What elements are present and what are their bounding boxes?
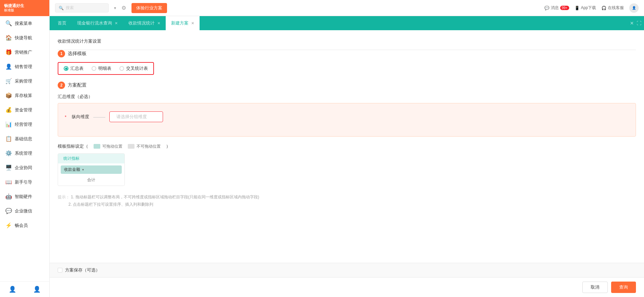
sidebar-avatar2[interactable]: 👤 bbox=[32, 284, 42, 294]
tab-bank-flow[interactable]: 现金银行流水查询 ✕ bbox=[72, 16, 123, 30]
sidebar-item-label: 系统管理 bbox=[15, 150, 32, 156]
tip-line-2: 2. 点击标题栏下拉可设置排序、插入列和删除列 bbox=[58, 201, 636, 208]
step2-header: 2 方案配置 bbox=[58, 82, 636, 89]
sidebar-item-smart-hardware[interactable]: 🤖 智能硬件 bbox=[0, 189, 49, 204]
dimension-arrow: —— bbox=[93, 113, 105, 120]
sidebar-item-label: 采购管理 bbox=[15, 78, 32, 84]
sidebar-item-enterprise-collab[interactable]: 🖥️ 企业协同 bbox=[0, 160, 49, 175]
home-icon: 🏠 bbox=[5, 35, 12, 41]
sidebar-item-member[interactable]: ⚡ 畅会员 bbox=[0, 218, 49, 233]
save-option: 方案保存（可选） bbox=[50, 263, 644, 277]
sidebar-item-label: 经营管理 bbox=[15, 121, 32, 128]
sidebar-item-enterprise-wechat[interactable]: 💬 企业微信 bbox=[0, 204, 49, 218]
avatar2-icon: 👤 bbox=[33, 286, 41, 293]
tab-bank-flow-close-icon[interactable]: ✕ bbox=[115, 21, 118, 26]
radio-summary[interactable]: 汇总表 bbox=[64, 65, 84, 71]
settings-icon[interactable]: ⚙ bbox=[121, 5, 126, 11]
tab-home[interactable]: 首页 bbox=[52, 16, 72, 30]
sidebar-item-guide[interactable]: 📖 新手引导 bbox=[0, 175, 49, 189]
sidebar-item-search-menu[interactable]: 🔍 搜索菜单 bbox=[0, 16, 49, 31]
dimension-row: * 纵向维度 —— 请选择分组维度 bbox=[65, 111, 629, 122]
radio-cross[interactable]: 交叉统计表 bbox=[119, 65, 148, 71]
dimension-label: 汇总维度（必选） bbox=[58, 94, 636, 100]
dimension-select-placeholder: 请选择分组维度 bbox=[116, 114, 147, 119]
draggable-legend-box bbox=[94, 144, 100, 149]
tab-new-plan[interactable]: 新建方案 ✕ bbox=[166, 16, 200, 30]
step2-number: 2 bbox=[58, 82, 65, 89]
indicator-table: 统计指标 收款金额 ▾ 合计 bbox=[58, 153, 125, 186]
page-body: 收款情况统计方案设置 1 选择模板 汇总表 明细表 bbox=[50, 30, 644, 263]
monitor-icon: 🖥️ bbox=[5, 164, 12, 171]
sidebar-item-finance[interactable]: 💰 资金管理 bbox=[0, 103, 49, 117]
box-icon: 📦 bbox=[5, 92, 12, 99]
online-support-button[interactable]: 🎧 在线客服 bbox=[601, 5, 624, 11]
sidebar-item-system[interactable]: ⚙️ 系统管理 bbox=[0, 146, 49, 160]
clipboard-icon: 📋 bbox=[5, 136, 12, 142]
step1-number: 1 bbox=[58, 50, 65, 57]
indicator-subtotal: 合计 bbox=[58, 176, 124, 186]
app-download-button[interactable]: 📱 App下载 bbox=[575, 5, 596, 11]
tab-receipt-stats-close-icon[interactable]: ✕ bbox=[157, 21, 160, 26]
book-icon: 📖 bbox=[5, 179, 12, 185]
chat-icon: 💬 bbox=[5, 208, 12, 214]
sidebar-item-operations[interactable]: 📊 经营管理 bbox=[0, 117, 49, 132]
sidebar-item-marketing[interactable]: 🎁 营销推广 bbox=[0, 45, 49, 59]
sidebar-logo: 畅捷通好生 标准版 bbox=[0, 0, 49, 16]
query-button[interactable]: 查询 bbox=[611, 282, 636, 293]
sidebar-item-purchase[interactable]: 🛒 采购管理 bbox=[0, 74, 49, 88]
tips-section: 提示： 1. 拖动标题栏可以调整布局，不可跨维度或指标区域拖动栏目字段(只能在同… bbox=[58, 194, 636, 208]
sidebar-avatar1[interactable]: 👤 bbox=[7, 284, 17, 294]
money-icon: 💰 bbox=[5, 107, 12, 113]
indicator-legend: 可拖动位置 不可拖动位置 bbox=[94, 144, 161, 149]
footer-bar: 取消 查询 bbox=[50, 277, 644, 297]
sidebar-item-quick-nav[interactable]: 🏠 快捷导航 bbox=[0, 31, 49, 45]
sidebar-item-basic-info[interactable]: 📋 基础信息 bbox=[0, 132, 49, 146]
indicator-settings-label: 模板指标设定（ bbox=[58, 143, 88, 149]
cancel-button[interactable]: 取消 bbox=[582, 282, 608, 293]
gift-icon: 🎁 bbox=[5, 49, 12, 55]
avatar-icon: 👤 bbox=[632, 6, 636, 10]
tab-receipt-stats[interactable]: 收款情况统计 ✕ bbox=[123, 16, 166, 30]
sidebar-item-label: 企业协同 bbox=[15, 165, 32, 171]
message-label: 消息 bbox=[551, 5, 559, 11]
app-download-label: App下载 bbox=[581, 5, 596, 11]
logo-text: 畅捷通好生 bbox=[4, 3, 24, 8]
stats-header: 统计指标 bbox=[58, 154, 124, 163]
user-icon: 👤 bbox=[5, 63, 12, 70]
tabbar-close-icon[interactable]: ✕ bbox=[630, 20, 634, 26]
download-icon: 📱 bbox=[575, 6, 580, 10]
indicator-header: 模板指标设定（ 可拖动位置 不可拖动位置 ） bbox=[58, 143, 636, 149]
tab-home-label: 首页 bbox=[58, 20, 66, 26]
message-button[interactable]: 💬 消息 99+ bbox=[544, 5, 569, 11]
indicator-settings: 模板指标设定（ 可拖动位置 不可拖动位置 ） bbox=[58, 143, 636, 187]
sidebar-item-inventory[interactable]: 📦 库存核算 bbox=[0, 88, 49, 103]
indicator-chip-receipt[interactable]: 收款金额 ▾ bbox=[61, 165, 122, 174]
sidebar-item-label: 企业微信 bbox=[15, 208, 32, 214]
tip-line-1: 提示： 1. 拖动标题栏可以调整布局，不可跨维度或指标区域拖动栏目字段(只能在同… bbox=[58, 194, 636, 201]
tip-title: 提示： bbox=[58, 195, 70, 199]
message-badge: 99+ bbox=[560, 6, 569, 10]
step2-section: 2 方案配置 汇总维度（必选） * 纵向维度 —— 请选择分组维度 bbox=[58, 82, 636, 208]
tab-new-plan-close-icon[interactable]: ✕ bbox=[191, 21, 194, 26]
step1-section: 1 选择模板 汇总表 明细表 交叉统计表 bbox=[58, 50, 636, 75]
sidebar: 畅捷通好生 标准版 🔍 搜索菜单 🏠 快捷导航 🎁 营销推广 👤 销售管理 🛒 … bbox=[0, 0, 50, 297]
radio-cross-label: 交叉统计表 bbox=[126, 65, 148, 71]
vertical-dimension-label: 纵向维度 bbox=[72, 114, 89, 120]
logo-sub: 标准版 bbox=[4, 8, 24, 13]
trial-button[interactable]: 体验行业方案 bbox=[131, 3, 167, 13]
dimension-select[interactable]: 请选择分组维度 bbox=[109, 111, 163, 122]
radio-detail[interactable]: 明细表 bbox=[92, 65, 111, 71]
sidebar-item-sales[interactable]: 👤 销售管理 bbox=[0, 59, 49, 74]
dimension-box: * 纵向维度 —— 请选择分组维度 bbox=[58, 103, 636, 137]
search-box[interactable]: 🔍 搜索 bbox=[55, 3, 109, 12]
chip-dropdown-icon: ▾ bbox=[82, 168, 84, 171]
template-options: 汇总表 明细表 交叉统计表 bbox=[58, 62, 154, 75]
dropdown-arrow-icon[interactable]: ▾ bbox=[114, 6, 116, 10]
user-avatar[interactable]: 👤 bbox=[629, 3, 639, 13]
robot-icon: 🤖 bbox=[5, 193, 12, 200]
tabbar-maximize-icon[interactable]: ⛶ bbox=[637, 20, 641, 26]
search-menu-icon: 🔍 bbox=[5, 20, 12, 27]
search-icon: 🔍 bbox=[59, 6, 64, 10]
sidebar-item-label: 营销推广 bbox=[15, 49, 32, 55]
save-checkbox[interactable] bbox=[58, 268, 62, 273]
